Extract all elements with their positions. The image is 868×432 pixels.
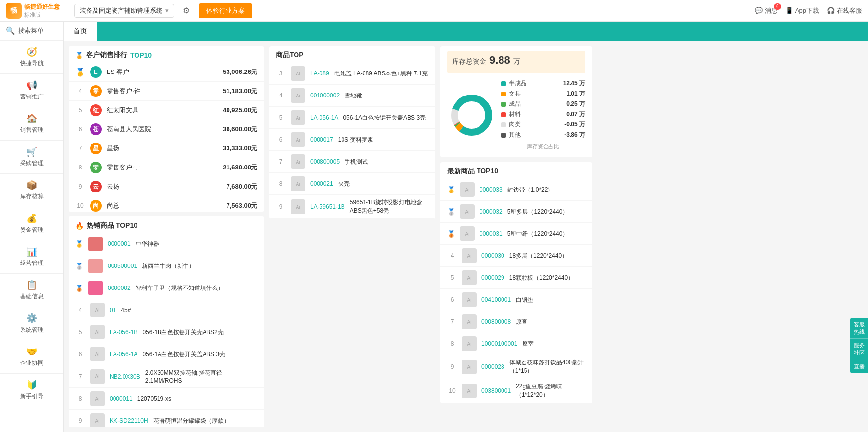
product-thumbnail: Ai bbox=[462, 292, 477, 307]
inventory-title: 库存总资金 bbox=[452, 57, 486, 66]
sidebar-item-purchase[interactable]: 🛒 采购管理 bbox=[0, 141, 63, 174]
service-community-btn[interactable]: 服务社区 bbox=[850, 339, 868, 360]
sidebar-search[interactable]: 🔍 搜索菜单 bbox=[0, 22, 63, 41]
sidebar-item-basic-info[interactable]: 📋 基础信息 bbox=[0, 274, 63, 307]
product-thumbnail bbox=[88, 259, 103, 273]
product-thumbnail: Ai bbox=[460, 226, 475, 241]
sidebar-label-guide: 新手引导 bbox=[20, 392, 44, 401]
hot-products-card: 🔥 热销商品 TOP10 🥇 0000001 中华神器 🥈 bbox=[69, 216, 264, 427]
fire-icon: 🔥 bbox=[75, 222, 84, 230]
customer-amount: 33,333.00元 bbox=[223, 144, 257, 153]
product-name: 10S 变料罗浆 bbox=[338, 136, 429, 144]
rank-number: 6 bbox=[276, 136, 286, 143]
product-code: 0000002 bbox=[108, 285, 131, 291]
settings-icon[interactable]: ⚙ bbox=[179, 3, 194, 18]
sidebar-label-cooperation: 企业协同 bbox=[20, 359, 44, 367]
sidebar-item-operations[interactable]: 📊 经营管理 bbox=[0, 240, 63, 274]
product-thumbnail: Ai bbox=[460, 182, 475, 197]
product-thumbnail: Ai bbox=[291, 66, 305, 81]
logo-icon: 畅 bbox=[6, 3, 22, 19]
sidebar-item-quick-nav[interactable]: 🧭 快捷导航 bbox=[0, 41, 63, 74]
nav-bar: 首页 bbox=[64, 22, 868, 41]
sidebar-label-sales: 销售管理 bbox=[20, 126, 44, 134]
legend-color-dot bbox=[501, 81, 506, 86]
product-thumbnail: Ai bbox=[460, 204, 475, 219]
legend-category: 其他 bbox=[509, 131, 561, 139]
product-name: 雪地靴 bbox=[344, 92, 429, 100]
list-item: 🥇 0000001 中华神器 bbox=[69, 233, 264, 255]
sidebar-item-inventory[interactable]: 📦 库存核算 bbox=[0, 174, 63, 207]
product-code: 0000011 bbox=[110, 395, 133, 402]
customers-top-label: TOP10 bbox=[130, 51, 152, 59]
inventory-bg: 库存总资金 9.88 万 bbox=[447, 51, 585, 73]
sidebar: 🔍 搜索菜单 🧭 快捷导航 📢 营销推广 🏠 销售管理 🛒 采购管理 📦 库存核… bbox=[0, 22, 64, 432]
rank-number: 8 bbox=[75, 164, 85, 171]
list-item: 🥈 Ai 0000032 5厘多层（1220*2440） bbox=[440, 201, 592, 223]
product-name: 18颗粒板（1220*2440） bbox=[509, 274, 585, 282]
product-name: 中华神器 bbox=[136, 240, 257, 248]
list-item: 5 Ai LA-056-1A 056-1A白色按键开关盖ABS 3壳 bbox=[269, 107, 435, 129]
sidebar-item-system[interactable]: ⚙️ 系统管理 bbox=[0, 307, 63, 340]
sidebar-item-guide[interactable]: 🔰 新手引导 bbox=[0, 374, 63, 407]
mid-products-card: 商品TOP 3 Ai LA-089 电池盖 LA-089 ABS本色+黑种 7.… bbox=[269, 46, 435, 219]
legend-color-dot bbox=[501, 133, 506, 138]
product-code: 0000028 bbox=[481, 363, 504, 370]
product-name: 原室 bbox=[522, 340, 585, 348]
product-code: 0000033 bbox=[480, 186, 503, 193]
chart-area: 半成品 12.45 万 文具 1.01 万 成品 0 bbox=[447, 77, 585, 152]
live-stream-btn[interactable]: 直播 bbox=[850, 360, 868, 373]
app-download-btn[interactable]: 📱 App下载 bbox=[785, 6, 819, 15]
rank-number: 9 bbox=[75, 183, 85, 190]
sidebar-item-finance[interactable]: 💰 资金管理 bbox=[0, 207, 63, 240]
customer-amount: 7,680.00元 bbox=[226, 182, 257, 191]
tab-home[interactable]: 首页 bbox=[64, 22, 97, 41]
sidebar-item-marketing[interactable]: 📢 营销推广 bbox=[0, 74, 63, 107]
try-button[interactable]: 体验行业方案 bbox=[199, 3, 252, 18]
product-code: 004100001 bbox=[481, 296, 511, 303]
rank-number: 6 bbox=[75, 126, 85, 133]
float-buttons: 客服热线 服务社区 直播 bbox=[850, 318, 868, 373]
customer-amount: 51,183.00元 bbox=[223, 87, 257, 96]
product-thumbnail: Ai bbox=[90, 413, 105, 427]
inventory-icon: 📦 bbox=[26, 180, 37, 191]
logo-area: 畅 畅捷通好生意 标准版 bbox=[6, 3, 69, 19]
mid-products-title: 商品TOP bbox=[269, 46, 435, 63]
hot-products-heading: 热销商品 TOP10 bbox=[87, 221, 137, 230]
list-item: 8 Ai 10000100001 原室 bbox=[440, 333, 592, 355]
top-customers-card: 🏅 客户销售排行 TOP10 🥇 L LS 客户 53,006.26元 bbox=[69, 46, 264, 212]
table-row: 10 尚 尚总 7,563.00元 bbox=[69, 196, 264, 212]
list-item: 10 Ai 003800001 22g鱼豆腐·烧烤味（1*12*20） bbox=[440, 379, 592, 403]
legend-item: 肉类 -0.05 万 bbox=[501, 120, 585, 129]
system-selector[interactable]: 装备及固定资产辅助管理系统 ▾ bbox=[74, 4, 174, 18]
product-thumbnail: Ai bbox=[291, 132, 305, 147]
legend-item: 成品 0.25 万 bbox=[501, 100, 585, 108]
chart-label: 库存资金占比 bbox=[501, 143, 585, 150]
list-item: 4 Ai 01 45# bbox=[69, 299, 264, 321]
inventory-amount: 9.88 bbox=[489, 54, 510, 67]
table-row: 🥇 L LS 客户 53,006.26元 bbox=[69, 63, 264, 82]
product-thumbnail: Ai bbox=[462, 360, 477, 374]
customer-hotline-btn[interactable]: 客服热线 bbox=[850, 318, 868, 339]
avatar: 零 bbox=[90, 162, 102, 173]
rank-number: 4 bbox=[75, 307, 85, 313]
list-item: 🥇 Ai 0000033 封边带（1.0*22） bbox=[440, 179, 592, 201]
basic-info-icon: 📋 bbox=[26, 280, 37, 290]
app-download-label: App下载 bbox=[795, 6, 819, 15]
donut-chart bbox=[447, 91, 496, 140]
legend-category: 肉类 bbox=[509, 120, 561, 129]
notifications-btn[interactable]: 💬 消息 6 bbox=[755, 6, 777, 15]
avatar: 苍 bbox=[90, 123, 102, 135]
product-thumbnail: Ai bbox=[462, 248, 477, 263]
product-code: 000800008 bbox=[481, 318, 511, 325]
product-name: 智利车子里（规格不知道填什么） bbox=[136, 284, 257, 292]
rank-number: 3 bbox=[276, 70, 286, 77]
notifications-badge: 6 bbox=[774, 3, 781, 10]
online-service-btn[interactable]: 🎧 在线客服 bbox=[827, 6, 862, 15]
sidebar-item-cooperation[interactable]: 🤝 企业协同 bbox=[0, 340, 63, 374]
product-name: 18多层（1220*2440） bbox=[509, 252, 585, 260]
list-item: 7 Ai 000800005 手机测试 bbox=[269, 151, 435, 173]
product-code: 0000029 bbox=[481, 274, 504, 281]
product-thumbnail: Ai bbox=[462, 270, 477, 285]
sidebar-item-sales[interactable]: 🏠 销售管理 bbox=[0, 107, 63, 141]
list-item: 🥈 000500001 新西兰牛肉（新牛） bbox=[69, 255, 264, 277]
